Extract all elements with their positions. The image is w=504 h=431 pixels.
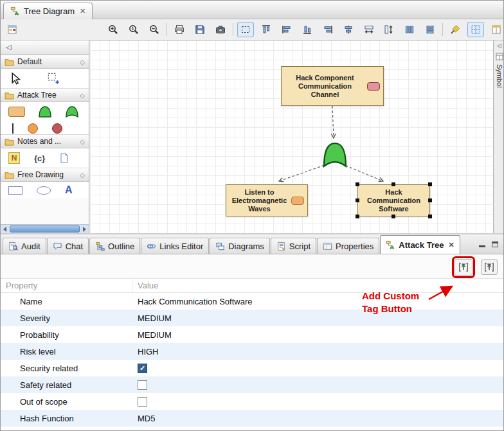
checkbox-unchecked[interactable] [138, 380, 147, 390]
note-tool[interactable]: N [8, 152, 20, 164]
distribute-horizontal-button[interactable] [401, 22, 418, 37]
marquee-select-button[interactable] [237, 22, 254, 37]
property-value[interactable]: Hack Communication Software [132, 293, 504, 310]
palette-scrollbar[interactable] [1, 224, 89, 233]
symbol-palette-icon[interactable] [496, 53, 503, 60]
table-row[interactable]: Hash Function MD5 [1, 410, 504, 427]
palette-section-free-drawing[interactable]: Free Drawing ◇ [1, 168, 89, 182]
close-icon[interactable]: ✕ [448, 241, 454, 249]
tab-outline[interactable]: Outline [89, 238, 140, 254]
zoom-in-button[interactable] [105, 22, 122, 37]
minimize-icon[interactable] [479, 245, 485, 247]
palette-section-notes[interactable]: Notes and ... ◇ [1, 134, 89, 148]
palette-section-default[interactable]: Default ◇ [1, 55, 89, 69]
node-right-selected[interactable]: Hack Communication Software [357, 184, 430, 216]
pin-icon[interactable]: ◇ [80, 92, 85, 99]
selection-handle[interactable] [392, 182, 395, 186]
distribute-vertical-button[interactable] [422, 22, 438, 37]
grid-toggle-button[interactable] [467, 22, 484, 37]
marquee-icon [240, 24, 251, 35]
tab-chat[interactable]: Chat [47, 238, 89, 254]
save-button[interactable] [192, 22, 208, 37]
pin-icon[interactable]: ◇ [80, 58, 85, 66]
property-label: Severity [1, 310, 132, 326]
property-value[interactable]: MEDIUM [132, 310, 504, 326]
rectangle-tool[interactable] [8, 186, 22, 195]
select-cursor-icon[interactable] [8, 72, 21, 85]
view-menu-button[interactable] [4, 22, 21, 37]
table-row[interactable]: Security related ✓ [1, 360, 504, 376]
selection-handle[interactable] [356, 215, 359, 218]
selection-handle[interactable] [356, 182, 359, 186]
align-bottom-button[interactable] [299, 22, 316, 37]
table-row[interactable]: Probability MEDIUM [1, 326, 504, 343]
pin-icon[interactable]: ◇ [80, 138, 85, 145]
align-left-button[interactable] [278, 22, 295, 37]
align-right-button[interactable] [320, 22, 336, 37]
selection-handle[interactable] [428, 198, 432, 202]
print-button[interactable] [171, 22, 188, 37]
format-clean-button[interactable] [447, 22, 464, 37]
distribute-vertical-icon [425, 24, 435, 35]
gate-tool[interactable] [65, 105, 79, 118]
orange-node-tool[interactable] [28, 123, 38, 134]
match-width-button[interactable] [361, 22, 377, 37]
green-node-tool[interactable] [38, 105, 52, 118]
property-value[interactable]: HIGH [132, 343, 504, 360]
expand-left-icon[interactable]: ◁ [497, 42, 501, 49]
match-height-button[interactable] [381, 22, 398, 37]
column-header-property[interactable]: Property [1, 279, 132, 292]
add-custom-tag-button[interactable] [455, 259, 473, 276]
constraint-tool[interactable]: {c} [34, 154, 45, 163]
close-icon[interactable]: ✕ [80, 7, 86, 15]
property-value[interactable]: MEDIUM [132, 326, 504, 343]
pin-icon[interactable]: ◇ [80, 172, 85, 179]
column-header-value[interactable]: Value [132, 279, 504, 292]
selection-handle[interactable] [356, 198, 359, 202]
node-root[interactable]: Hack Component Communication Channel [281, 66, 384, 106]
palette-section-attack-tree[interactable]: Attack Tree ◇ [1, 88, 89, 102]
align-center-button[interactable] [340, 22, 357, 37]
scroll-left-icon[interactable] [1, 225, 9, 233]
maximize-icon[interactable] [492, 242, 498, 247]
connector-tool[interactable] [12, 123, 14, 134]
tab-script[interactable]: Script [271, 238, 316, 254]
marquee-add-icon[interactable] [47, 72, 60, 85]
tab-tree-diagram[interactable]: Tree Diagram ✕ [3, 3, 93, 19]
checkbox-checked[interactable]: ✓ [138, 364, 147, 373]
tab-diagrams[interactable]: Diagrams [210, 238, 270, 254]
attack-node-tool[interactable] [8, 107, 25, 117]
red-node-tool[interactable] [52, 123, 62, 134]
scrollbar-thumb[interactable] [10, 225, 80, 233]
table-row[interactable]: Name Hack Communication Software [1, 293, 504, 310]
or-gate[interactable] [322, 141, 348, 169]
selection-handle[interactable] [428, 215, 432, 218]
checkbox-unchecked[interactable] [138, 397, 147, 407]
palette-view-button[interactable] [488, 22, 504, 37]
table-row[interactable]: Safety related [1, 376, 504, 393]
property-value[interactable]: MD5 [132, 410, 504, 427]
table-row[interactable]: Risk level HIGH [1, 343, 504, 360]
align-top-button[interactable] [258, 22, 274, 37]
collapse-left-icon[interactable]: ◁ [6, 43, 11, 51]
diagram-canvas[interactable]: Hack Component Communication Channel Lis… [90, 40, 493, 233]
palette-collapse-bar[interactable]: ◁ [1, 40, 89, 55]
add-tag-button[interactable] [481, 259, 498, 275]
table-row[interactable]: Severity MEDIUM [1, 310, 504, 326]
symbol-panel-label[interactable]: Symbol [496, 64, 503, 88]
document-tool[interactable] [59, 152, 69, 164]
scroll-right-icon[interactable] [80, 225, 89, 233]
selection-handle[interactable] [428, 182, 432, 186]
text-tool[interactable]: A [65, 185, 73, 195]
node-left[interactable]: Listen to Electromagnetic Waves [226, 184, 308, 216]
tab-audit[interactable]: Audit [3, 238, 46, 254]
tab-links-editor[interactable]: Links Editor [141, 238, 209, 254]
zoom-original-button[interactable]: 1 [125, 22, 142, 37]
selection-handle[interactable] [392, 215, 395, 218]
ellipse-tool[interactable] [37, 186, 51, 195]
tab-attack-tree[interactable]: Attack Tree ✕ [380, 235, 460, 254]
tab-properties[interactable]: Properties [317, 238, 379, 254]
table-row[interactable]: Out of scope [1, 393, 504, 410]
screenshot-button[interactable] [212, 22, 229, 37]
zoom-out-button[interactable] [146, 22, 163, 37]
